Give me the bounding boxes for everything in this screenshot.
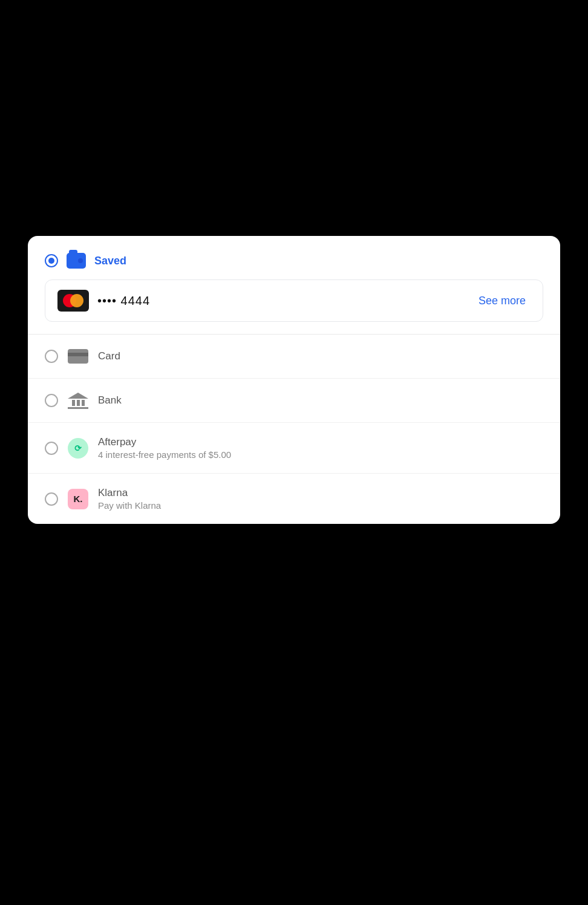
klarna-option-subtitle: Pay with Klarna (98, 500, 161, 511)
payment-option-card[interactable]: Card (28, 335, 560, 379)
afterpay-radio[interactable] (45, 442, 58, 455)
card-option-label: Card (98, 350, 120, 362)
payment-option-klarna[interactable]: K. Klarna Pay with Klarna (28, 474, 560, 524)
wallet-icon (67, 253, 86, 269)
card-radio[interactable] (45, 350, 58, 363)
mastercard-circles (63, 294, 83, 307)
saved-header: Saved (45, 253, 543, 269)
bank-option-label: Bank (98, 394, 122, 407)
payment-option-afterpay[interactable]: ⟳ Afterpay 4 interest-free payments of $… (28, 423, 560, 474)
klarna-option-label: Klarna (98, 487, 161, 499)
payment-option-bank[interactable]: Bank (28, 379, 560, 423)
klarna-option-text: Klarna Pay with Klarna (98, 487, 161, 511)
afterpay-circle: ⟳ (68, 438, 88, 459)
bank-base (68, 407, 88, 409)
card-shape (68, 349, 88, 364)
saved-radio-button[interactable] (45, 254, 58, 267)
bank-col-1 (72, 400, 75, 406)
afterpay-option-text: Afterpay 4 interest-free payments of $5.… (98, 436, 231, 460)
bank-roof (68, 393, 88, 399)
card-number: •••• 4444 (97, 294, 150, 308)
klarna-k-letter: K. (74, 494, 83, 504)
klarna-icon: K. (68, 491, 88, 508)
afterpay-option-label: Afterpay (98, 436, 231, 448)
see-more-button[interactable]: See more (474, 292, 531, 310)
card-option-text: Card (98, 350, 120, 362)
saved-section: Saved •••• 4444 See more (28, 236, 560, 335)
bank-col-3 (82, 400, 85, 406)
saved-card-row[interactable]: •••• 4444 See more (45, 279, 543, 322)
mastercard-icon (57, 290, 89, 312)
klarna-radio[interactable] (45, 492, 58, 506)
card-info: •••• 4444 (57, 290, 150, 312)
klarna-badge: K. (68, 489, 88, 509)
afterpay-icon: ⟳ (68, 440, 88, 457)
bank-icon (68, 392, 88, 409)
saved-label: Saved (94, 255, 126, 267)
bank-radio[interactable] (45, 394, 58, 407)
credit-card-icon (68, 348, 88, 365)
afterpay-option-subtitle: 4 interest-free payments of $5.00 (98, 449, 231, 460)
bank-col-2 (77, 400, 80, 406)
afterpay-symbol: ⟳ (74, 443, 82, 453)
bank-columns (72, 400, 85, 406)
bank-option-text: Bank (98, 394, 122, 407)
mc-right-circle (70, 294, 83, 307)
radio-inner (48, 258, 54, 264)
payment-panel: Saved •••• 4444 See more Card (28, 236, 560, 524)
bank-shape (68, 392, 88, 409)
